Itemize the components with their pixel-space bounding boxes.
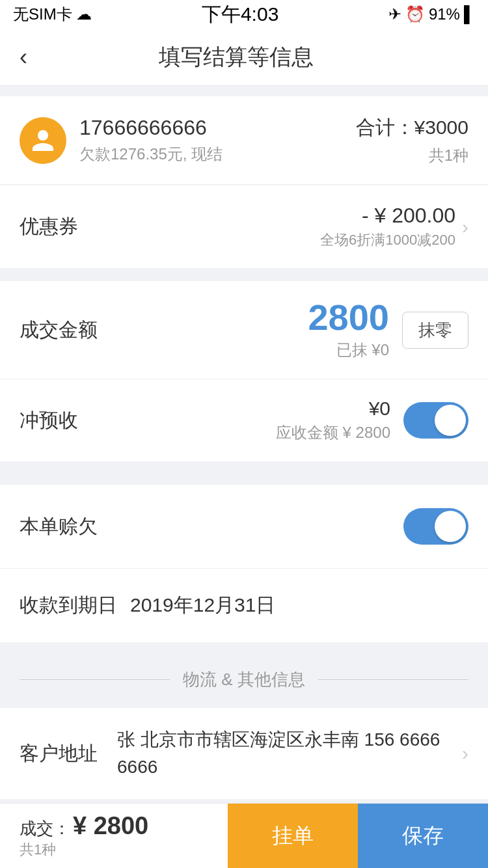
coupon-amount: - ¥ 200.00 bbox=[320, 204, 455, 228]
logistics-header-text: 物流 & 其他信息 bbox=[170, 668, 318, 691]
total-amount: 合计：¥3000 bbox=[356, 115, 468, 141]
amount-right: 2800 已抹 ¥0 抹零 bbox=[308, 299, 468, 360]
coupon-right: - ¥ 200.00 全场6折满1000减200 › bbox=[320, 204, 468, 250]
prepay-row: 冲预收 ¥0 应收金额 ¥ 2800 bbox=[0, 379, 488, 461]
chevron-right-icon: › bbox=[462, 216, 468, 238]
prepay-toggle[interactable] bbox=[403, 402, 468, 439]
nav-bar: ‹ 填写结算等信息 bbox=[0, 29, 488, 86]
user-icon bbox=[30, 128, 56, 154]
amount-zero-info: 已抹 ¥0 bbox=[308, 340, 389, 360]
amount-value-wrap: 2800 已抹 ¥0 bbox=[308, 299, 389, 360]
footer-deal-label: 成交： bbox=[20, 817, 70, 840]
coupon-value-wrap: - ¥ 200.00 全场6折满1000减200 bbox=[320, 204, 455, 250]
debt-section: 本单赊欠 收款到期日 2019年12月31日 bbox=[0, 485, 488, 642]
footer-bar: 成交： ¥ 2800 共1种 挂单 保存 bbox=[0, 803, 488, 868]
address-chevron-icon: › bbox=[462, 742, 468, 765]
customer-info: 17666666666 欠款1276.35元, 现结 bbox=[79, 116, 356, 165]
prepay-label: 冲预收 bbox=[20, 407, 78, 434]
address-value: 张 北京市市辖区海淀区永丰南 156 6666 6666 bbox=[117, 726, 462, 781]
round-zero-button[interactable]: 抹零 bbox=[402, 312, 468, 349]
prepay-receivable: 应收金额 ¥ 2800 bbox=[276, 422, 390, 443]
status-left: 无SIM卡 ☁ bbox=[13, 4, 92, 25]
amount-label: 成交金额 bbox=[20, 317, 98, 344]
battery-icon: ▌ bbox=[464, 5, 475, 23]
coupon-desc: 全场6折满1000减200 bbox=[320, 230, 455, 250]
footer-count: 共1种 bbox=[20, 840, 208, 860]
status-bar: 无SIM卡 ☁ 下午4:03 ✈ ⏰ 91% ▌ bbox=[0, 0, 488, 29]
sim-status: 无SIM卡 ☁ bbox=[13, 4, 92, 25]
status-time: 下午4:03 bbox=[202, 1, 278, 28]
footer-summary: 成交： ¥ 2800 共1种 bbox=[0, 804, 228, 868]
back-button[interactable]: ‹ bbox=[20, 44, 40, 71]
due-date-label: 收款到期日 bbox=[20, 592, 117, 619]
alarm-icon: ⏰ bbox=[405, 5, 425, 23]
logistics-section-header: 物流 & 其他信息 bbox=[0, 653, 488, 707]
address-label: 客户地址 bbox=[20, 740, 98, 767]
footer-amount: ¥ 2800 bbox=[73, 812, 148, 840]
footer-deal-row: 成交： ¥ 2800 bbox=[20, 812, 208, 840]
customer-total: 合计：¥3000 共1种 bbox=[356, 115, 468, 166]
section-divider-1 bbox=[0, 268, 488, 281]
page-title: 填写结算等信息 bbox=[40, 42, 432, 72]
customer-debt: 欠款1276.35元, 现结 bbox=[79, 144, 356, 165]
coupon-row[interactable]: 优惠券 - ¥ 200.00 全场6折满1000减200 › bbox=[0, 185, 488, 268]
hang-order-button[interactable]: 挂单 bbox=[228, 804, 358, 868]
customer-card: 17666666666 欠款1276.35元, 现结 合计：¥3000 共1种 bbox=[0, 96, 488, 184]
debt-row: 本单赊欠 bbox=[0, 485, 488, 568]
save-button[interactable]: 保存 bbox=[358, 804, 488, 868]
due-date-value: 2019年12月31日 bbox=[130, 592, 275, 619]
prepay-value-wrap: ¥0 应收金额 ¥ 2800 bbox=[276, 398, 390, 443]
battery-level: 91% bbox=[429, 5, 460, 23]
section-divider-2 bbox=[0, 461, 488, 474]
prepay-value: ¥0 bbox=[276, 398, 390, 420]
total-count: 共1种 bbox=[356, 145, 468, 166]
due-date-row: 收款到期日 2019年12月31日 bbox=[0, 568, 488, 642]
debt-toggle[interactable] bbox=[403, 508, 468, 545]
location-icon: ✈ bbox=[388, 5, 401, 23]
transaction-section: 成交金额 2800 已抹 ¥0 抹零 冲预收 ¥0 应收金额 ¥ 2800 bbox=[0, 281, 488, 461]
amount-row: 成交金额 2800 已抹 ¥0 抹零 bbox=[0, 281, 488, 379]
coupon-label: 优惠券 bbox=[20, 213, 78, 240]
status-right: ✈ ⏰ 91% ▌ bbox=[388, 5, 475, 23]
prepay-right: ¥0 应收金额 ¥ 2800 bbox=[276, 398, 468, 443]
address-row[interactable]: 客户地址 张 北京市市辖区海淀区永丰南 156 6666 6666 › bbox=[0, 708, 488, 799]
amount-value: 2800 bbox=[308, 299, 389, 336]
avatar bbox=[20, 117, 66, 164]
debt-label: 本单赊欠 bbox=[20, 513, 98, 540]
header-line-right bbox=[318, 679, 468, 680]
customer-phone: 17666666666 bbox=[79, 116, 356, 140]
header-line-left bbox=[20, 679, 170, 680]
